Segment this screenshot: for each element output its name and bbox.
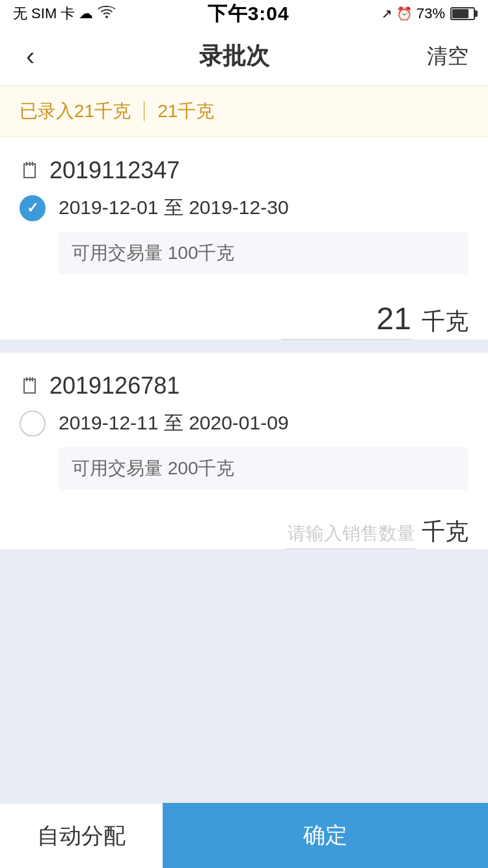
batch-radio-2[interactable] [20,411,46,437]
page-title: 录批次 [199,40,269,72]
recorded-label: 已录入21千克 [20,99,131,124]
nav-bar: ‹ 录批次 清空 [0,27,488,86]
bottom-buttons: 自动分配 确定 [0,803,488,868]
auto-distribute-button[interactable]: 自动分配 [0,803,163,868]
batch-header-1: 🗒 2019112347 [20,157,468,184]
batch-card-1: 🗒 2019112347 2019-12-01 至 2019-12-30 可用交… [0,137,488,288]
batch-date-row-1: 2019-12-01 至 2019-12-30 [20,195,468,221]
alarm-icon: ⏰ [396,6,413,21]
quantity-underline-1 [281,339,411,340]
quantity-unit-1: 千克 [422,306,468,338]
wifi-icon [98,5,115,22]
status-right: ↗ ⏰ 73% [381,5,475,22]
confirm-button[interactable]: 确定 [163,803,488,868]
clear-button[interactable]: 清空 [427,42,468,71]
batch-header-2: 🗒 2019126781 [20,372,468,400]
quantity-row-1: 21 千克 [0,288,488,340]
quantity-container-1: 21 千克 [281,301,468,340]
input-underline-2 [285,549,415,549]
batch-icon-1: 🗒 [20,158,42,183]
batch-card-2: 🗒 2019126781 2019-12-11 至 2020-01-09 可用交… [0,353,488,503]
batch-date-row-2: 2019-12-11 至 2020-01-09 [20,410,468,437]
batch-date-1: 2019-12-01 至 2019-12-30 [59,195,289,221]
battery-icon [450,7,475,20]
batch-number-2: 2019126781 [49,372,180,400]
section-separator [0,340,488,353]
quantity-value-1[interactable]: 21 [377,301,411,336]
back-button[interactable]: ‹ [20,35,41,77]
batch-number-1: 2019112347 [49,157,180,184]
batch-available-1: 可用交易量 100千克 [59,232,468,275]
batch-radio-1[interactable] [20,195,46,221]
status-bar: 无 SIM 卡 ☁ 下午3:04 ↗ ⏰ 73% [0,0,488,27]
recorded-value: 21千克 [157,99,214,124]
info-banner: 已录入21千克 21千克 [0,86,488,137]
location-icon: ↗ [381,6,392,21]
batch-icon-2: 🗒 [20,373,42,399]
status-time: 下午3:04 [208,1,290,27]
sim-label: 无 SIM 卡 ☁ [13,4,93,23]
banner-divider [144,102,144,121]
status-left: 无 SIM 卡 ☁ [13,4,115,23]
quantity-placeholder-2[interactable]: 请输入销售数量 [288,521,415,546]
batch-date-2: 2019-12-11 至 2020-01-09 [59,410,289,437]
quantity-unit-2: 千克 [422,516,468,548]
battery-percent: 73% [416,5,445,22]
input-row-2: 请输入销售数量 千克 [0,503,488,549]
batch-available-2: 可用交易量 200千克 [59,447,468,490]
